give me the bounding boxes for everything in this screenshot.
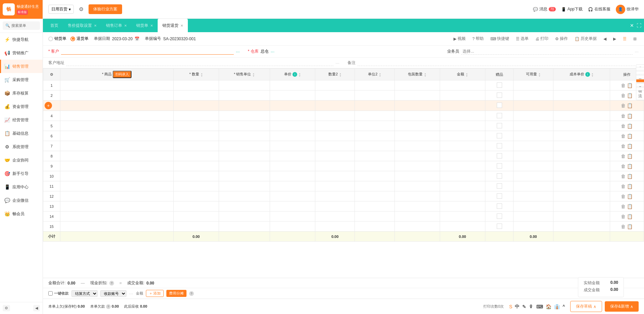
cost-cell-8[interactable]	[553, 151, 610, 161]
copy-icon-1[interactable]: 📋	[627, 83, 633, 88]
cost-info-icon[interactable]: i	[585, 72, 590, 77]
sales-unit-cell-14[interactable]	[219, 211, 270, 222]
copy-icon-3[interactable]: 📋	[627, 103, 633, 108]
amount-cell-6[interactable]	[440, 131, 485, 141]
add-row-btn[interactable]: +	[45, 102, 52, 109]
gift-checkbox-7[interactable]	[497, 143, 502, 148]
sidebar-item-shortcuts[interactable]: ⚡快捷导航	[0, 33, 43, 46]
avail-cell-7[interactable]	[514, 141, 553, 151]
qty2-cell-14[interactable]	[315, 211, 355, 222]
address-dots[interactable]: ···	[335, 60, 339, 66]
operation-btn[interactable]: ⚙ 操作	[553, 35, 570, 43]
trial-btn[interactable]: 体验行业方案	[89, 4, 122, 14]
split-help-icon[interactable]: ?	[189, 291, 194, 296]
unit2-cell-14[interactable]	[355, 211, 394, 222]
product-cell-13[interactable]	[60, 201, 173, 211]
tab-close-sales-order[interactable]: ✕	[124, 24, 127, 27]
cost-cell-5[interactable]	[553, 121, 610, 131]
product-cell-14[interactable]	[60, 211, 173, 222]
avail-cell-9[interactable]	[514, 161, 553, 171]
unit2-cell-12[interactable]	[355, 191, 394, 201]
delete-icon-3[interactable]: 🗑	[621, 103, 626, 108]
qty2-cell-11[interactable]	[315, 181, 355, 191]
qty-cell-4[interactable]	[173, 111, 219, 121]
sidebar-item-basic-info[interactable]: 📋基础信息	[0, 127, 43, 140]
delete-icon-12[interactable]: 🗑	[621, 194, 626, 199]
sales-unit-cell-1[interactable]	[219, 80, 270, 90]
qty-cell-15[interactable]	[173, 222, 219, 232]
qty2-cell-10[interactable]	[315, 171, 355, 181]
pack-qty-cell-5[interactable]	[394, 121, 440, 131]
pack-qty-cell-6[interactable]	[394, 131, 440, 141]
cost-cell-1[interactable]	[553, 80, 610, 90]
copy-icon-2[interactable]: 📋	[627, 93, 633, 98]
product-cell-15[interactable]	[60, 222, 173, 232]
sales-unit-cell-7[interactable]	[219, 141, 270, 151]
qty-cell-12[interactable]	[173, 191, 219, 201]
prev-btn[interactable]: ◀	[601, 36, 608, 42]
gift-cell-1[interactable]	[485, 80, 513, 90]
delete-icon-15[interactable]: 🗑	[621, 224, 626, 229]
gift-cell-2[interactable]	[485, 90, 513, 101]
warehouse-dots[interactable]: ···	[271, 49, 275, 54]
avail-cell-13[interactable]	[514, 201, 553, 211]
edge-btn-5[interactable]	[636, 83, 644, 86]
tab-sales-return[interactable]: 销货退货✕	[158, 19, 188, 32]
gift-checkbox-10[interactable]	[497, 173, 502, 179]
qty2-cell-9[interactable]	[315, 161, 355, 171]
qty-cell-8[interactable]	[173, 151, 219, 161]
sidebar-item-sales[interactable]: 📊销售管理	[0, 60, 43, 73]
product-cell-8[interactable]	[60, 151, 173, 161]
price-cell-14[interactable]	[270, 211, 315, 222]
view-grid-btn[interactable]: ⊞	[631, 36, 639, 42]
sidebar-item-member[interactable]: 👑畅会员	[0, 207, 43, 221]
sales-unit-cell-13[interactable]	[219, 201, 270, 211]
unit2-cell-4[interactable]	[355, 111, 394, 121]
copy-icon-5[interactable]: 📋	[627, 123, 633, 129]
edge-btn-1[interactable]	[636, 67, 644, 70]
amount-cell-11[interactable]	[440, 181, 485, 191]
amount-cell-9[interactable]	[440, 161, 485, 171]
salesperson-input[interactable]	[461, 48, 633, 55]
avail-cell-4[interactable]	[514, 111, 553, 121]
qty2-cell-2[interactable]	[315, 90, 355, 101]
delete-icon-6[interactable]: 🗑	[621, 133, 626, 139]
copy-icon-7[interactable]: 📋	[627, 143, 633, 149]
qty2-cell-12[interactable]	[315, 191, 355, 201]
account-select[interactable]: 收款账号	[100, 290, 126, 297]
topbar-settings-button[interactable]: ⚙	[76, 5, 86, 14]
price-cell-15[interactable]	[270, 222, 315, 232]
tab-sales-order[interactable]: 销售订单✕	[101, 19, 131, 32]
sales-unit-cell-6[interactable]	[219, 131, 270, 141]
gift-checkbox-1[interactable]	[497, 82, 502, 88]
copy-icon-10[interactable]: 📋	[627, 174, 633, 179]
edge-btn-4[interactable]	[636, 79, 644, 82]
qty2-cell-3[interactable]	[315, 101, 355, 111]
avail-cell-15[interactable]	[514, 222, 553, 232]
tab-price-extract[interactable]: 售价提取设置✕	[63, 19, 101, 32]
qty2-cell-7[interactable]	[315, 141, 355, 151]
user-profile-action[interactable]: 👤 徐泽华	[616, 5, 639, 14]
pack-qty-cell-11[interactable]	[394, 181, 440, 191]
qty-cell-1[interactable]	[173, 80, 219, 90]
avail-cell-12[interactable]	[514, 191, 553, 201]
delete-icon-11[interactable]: 🗑	[621, 184, 626, 189]
gift-cell-14[interactable]	[485, 211, 513, 222]
avail-cell-5[interactable]	[514, 121, 553, 131]
gift-cell-4[interactable]	[485, 111, 513, 121]
product-cell-7[interactable]	[60, 141, 173, 151]
delete-icon-2[interactable]: 🗑	[621, 93, 626, 98]
unit2-cell-1[interactable]	[355, 80, 394, 90]
tab-close-sales[interactable]: ✕	[150, 24, 153, 27]
product-cell-5[interactable]	[60, 121, 173, 131]
gift-cell-8[interactable]	[485, 151, 513, 161]
amount-cell-12[interactable]	[440, 191, 485, 201]
sidebar-item-guide[interactable]: 🎯新手引导	[0, 167, 43, 180]
edge-btn-3[interactable]	[636, 75, 644, 78]
avail-cell-6[interactable]	[514, 131, 553, 141]
video-btn[interactable]: ▶ 视频	[451, 35, 468, 43]
gift-cell-9[interactable]	[485, 161, 513, 171]
gift-cell-3[interactable]	[485, 101, 513, 111]
amount-cell-8[interactable]	[440, 151, 485, 161]
price-cell-3[interactable]	[270, 101, 315, 111]
